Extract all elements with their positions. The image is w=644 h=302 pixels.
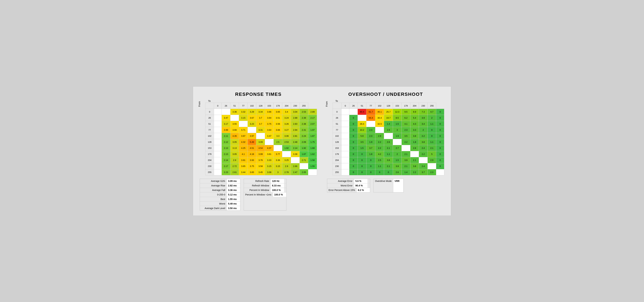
cell-9-0 — [214, 163, 222, 169]
cell-2-11: 0 — [436, 121, 444, 127]
cell-6-8: 1.92 — [282, 145, 291, 151]
cell-5-1: 0 — [349, 139, 358, 145]
cell-1-6: 3.64 — [265, 115, 274, 121]
cell-8-8: 3.25 — [282, 157, 291, 163]
cell-0-5: 3.34 — [256, 109, 265, 115]
cell-7-3: 1.8 — [366, 151, 375, 157]
cell-8-3: 0 — [366, 157, 375, 163]
cell-10-0 — [341, 169, 349, 175]
cell-0-11: 0 — [436, 109, 444, 115]
cell-8-6: 3.33 — [265, 157, 274, 163]
cell-8-9 — [419, 157, 428, 163]
cell-2-5: 1.4 — [384, 121, 393, 127]
cell-9-5: 3.58 — [256, 163, 265, 169]
cell-3-1: 0 — [349, 127, 358, 133]
cell-9-8: 3.8 — [410, 163, 419, 169]
overdrive-value: VRR — [393, 179, 403, 192]
cell-8-0 — [341, 157, 349, 163]
cell-1-3: 54.4 — [366, 115, 375, 121]
cell-0-7: 9.5 — [402, 109, 410, 115]
cell-8-1: 2.14 — [222, 157, 230, 163]
row-label-4: 102 — [333, 133, 342, 139]
col-header-4: 77 — [239, 103, 248, 109]
rt-heatmap-table: 026517710212815317920423025503.363.323.2… — [205, 103, 317, 175]
cell-9-0 — [341, 163, 349, 169]
cell-8-8: 2.1 — [410, 157, 419, 163]
cell-4-8: 3.8 — [410, 133, 419, 139]
cell-4-6: 1.9 — [393, 133, 402, 139]
cell-2-0 — [341, 121, 349, 127]
cell-4-10: 0 — [428, 133, 436, 139]
cell-6-3: 4.25 — [239, 145, 248, 151]
response-times-title: RESPONSE TIMES — [200, 92, 317, 97]
stats-label: Worst — [200, 202, 227, 206]
stats-row: Best1.55 ms — [200, 197, 240, 202]
cell-6-5: 4.54 — [256, 145, 265, 151]
table-row: 2040002.53.81.53.92.12.90 — [333, 157, 444, 163]
stats-label: Percent In Window — [244, 188, 271, 192]
cell-0-1 — [349, 109, 358, 115]
cell-8-4: 3.93 — [248, 157, 256, 163]
stats-value: 8.33 ms — [271, 184, 284, 188]
stats-label: Error Percent Above 15% — [327, 188, 356, 192]
cell-2-11: 2.07 — [308, 121, 317, 127]
cell-1-5: 19.7 — [384, 115, 393, 121]
cell-3-3: 2.3 — [366, 127, 375, 133]
row-label-8: 204 — [206, 157, 214, 163]
table-row: 1792.133.054.14.183.993.613.773.381.671.… — [206, 151, 317, 157]
cell-5-0 — [341, 139, 349, 145]
table-row: 77010.22.32.932.33.3200 — [333, 127, 444, 133]
col-header-8: 179 — [274, 103, 282, 109]
cell-3-9: 2.94 — [291, 127, 300, 133]
response-times-section: RESPONSE TIMES To From 02651771021281531… — [200, 92, 317, 210]
cell-2-3 — [366, 121, 375, 127]
cell-4-9: 2.2 — [419, 133, 428, 139]
cell-10-0 — [214, 169, 222, 175]
row-label-6: 153 — [333, 145, 342, 151]
cell-5-11: 1.75 — [308, 139, 317, 145]
cell-3-7: 2.3 — [402, 127, 410, 133]
table-row: 263.473.153.673.73.643.513.242.882.382.1… — [206, 115, 317, 121]
cell-2-2: 28.4 — [358, 121, 366, 127]
cell-0-10: 4.7 — [428, 109, 436, 115]
cell-10-1: 0 — [349, 169, 358, 175]
overdrive-box: Overdrive ModeVRR — [374, 179, 404, 192]
cell-5-4: 5.49 — [248, 139, 256, 145]
cell-10-4: 3.65 — [248, 169, 256, 175]
row-label-5: 128 — [206, 139, 214, 145]
cell-2-9: 3.4 — [419, 121, 428, 127]
cell-1-9: 2.88 — [291, 115, 300, 121]
cell-7-6: 2 — [393, 151, 402, 157]
col-header-2: 26 — [222, 103, 230, 109]
cell-3-10: 0 — [428, 127, 436, 133]
cell-5-1: 2.12 — [222, 139, 230, 145]
cell-6-7 — [274, 145, 282, 151]
stats-row: Percent In Window +1ms100.0 % — [244, 192, 286, 197]
col-header-11: 255 — [300, 103, 308, 109]
cell-10-2: 2.61 — [230, 169, 239, 175]
cell-10-5: 3.45 — [256, 169, 265, 175]
cell-1-4: 3.67 — [248, 115, 256, 121]
stats-row: 0-255-05.12 ms — [200, 192, 240, 197]
stats-value: 100.0 % — [271, 188, 284, 192]
stats-label: Percent In Window +1ms — [244, 192, 273, 197]
cell-8-6: 1.5 — [393, 157, 402, 163]
stats-row: Error Percent Above 15%8.2 % — [327, 188, 370, 192]
cell-8-10: 2.9 — [428, 157, 436, 163]
cell-9-11: 0 — [436, 163, 444, 169]
cell-6-11: 1.68 — [308, 145, 317, 151]
cell-9-4: 1.1 — [375, 163, 384, 169]
cell-1-0 — [341, 115, 349, 121]
table-row: 03.363.323.293.343.663.653.43.042.532.89 — [206, 109, 317, 115]
cell-5-7: 2.2 — [402, 139, 410, 145]
table-row: 1282.123.054.325.493.092.52.532.482.091.… — [206, 139, 317, 145]
cell-8-10: 2.71 — [300, 157, 308, 163]
stats-row: Refresh Window8.33 ms — [244, 184, 286, 188]
cell-2-0 — [214, 121, 222, 127]
table-row: 090.461.740.125.712.39.58.97.34.70 — [333, 109, 444, 115]
cell-6-0 — [214, 145, 222, 151]
cell-1-1: 3.47 — [222, 115, 230, 121]
cell-3-6: 3 — [393, 127, 402, 133]
cell-8-7: 3.36 — [274, 157, 282, 163]
cell-9-7: 3.15 — [274, 163, 282, 169]
